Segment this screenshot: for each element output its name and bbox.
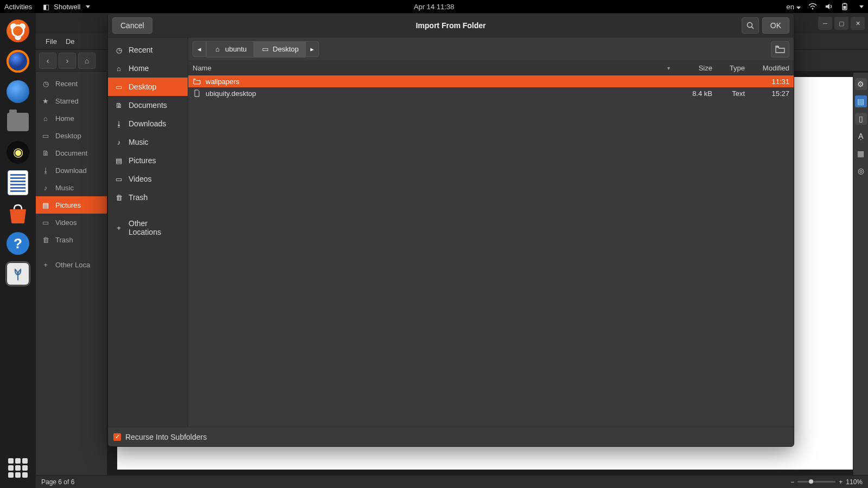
shotwell-icon: ◧ <box>42 2 50 11</box>
svg-point-0 <box>812 8 814 10</box>
maximize-button[interactable]: ▢ <box>834 17 848 30</box>
shotwell-app-icon <box>7 263 29 285</box>
battery-icon[interactable] <box>841 2 850 11</box>
zoom-control[interactable]: − + 110% <box>790 478 863 486</box>
bg-sidebar-desktop[interactable]: ▭Desktop <box>36 127 107 144</box>
volume-icon[interactable] <box>825 2 833 11</box>
rs-navigator-button[interactable]: ◎ <box>855 165 867 177</box>
rs-page-button[interactable]: ▯ <box>855 113 867 125</box>
trash-icon: 🗑 <box>41 235 50 244</box>
cancel-button[interactable]: Cancel <box>112 17 152 34</box>
place-music[interactable]: ♪Music <box>108 133 188 151</box>
rs-properties-button[interactable]: ▤ <box>855 95 867 107</box>
zoom-out-icon[interactable]: − <box>790 478 794 486</box>
dialog-title: Import From Folder <box>416 21 486 30</box>
shopping-bag-icon <box>7 202 29 224</box>
column-name[interactable]: Name▾ <box>188 64 674 72</box>
place-home[interactable]: ⌂Home <box>108 59 188 78</box>
place-desktop[interactable]: ▭Desktop <box>108 78 188 96</box>
new-folder-button[interactable] <box>771 41 789 57</box>
file-row[interactable]: ubiquity.desktop8.4 kBText15:27 <box>188 87 794 99</box>
place-videos[interactable]: ▭Videos <box>108 170 188 188</box>
system-menu-chevron[interactable] <box>859 5 864 8</box>
gear-icon: ⚙ <box>857 80 864 88</box>
dock-software[interactable] <box>5 201 30 226</box>
app-menu-label: Shotwell <box>54 3 80 11</box>
dock-thunderbird[interactable] <box>5 79 30 104</box>
rs-gear-button[interactable]: ⚙ <box>855 78 867 90</box>
apps-grid-icon <box>8 458 28 478</box>
bg-sidebar-downloads[interactable]: ⭳Download <box>36 162 107 179</box>
app-menu[interactable]: ◧ Shotwell <box>42 2 90 11</box>
breadcrumb-desktop[interactable]: ▭Desktop <box>254 41 306 57</box>
rs-styles-button[interactable]: Ạ <box>855 130 867 142</box>
menu-file[interactable]: File <box>41 37 61 46</box>
clock[interactable]: Apr 14 11:38 <box>414 3 454 11</box>
breadcrumb-ubuntu[interactable]: ⌂ubuntu <box>206 41 254 57</box>
nav-home-button[interactable]: ⌂ <box>78 53 95 69</box>
dialog-pathbar: ◂ ⌂ubuntu ▭Desktop ▸ <box>188 37 794 61</box>
folder-icon <box>193 77 201 86</box>
svg-point-4 <box>747 22 752 27</box>
recurse-label[interactable]: Recurse Into Subfolders <box>125 433 207 441</box>
place-pictures[interactable]: ▤Pictures <box>108 151 188 170</box>
place-other-locations[interactable]: +Other Locations <box>108 214 188 241</box>
dock-ubuntu[interactable] <box>5 18 30 43</box>
dock-rhythmbox[interactable]: ◉ <box>5 140 30 165</box>
path-forward-button[interactable]: ▸ <box>305 41 319 57</box>
downloads-icon: ⭳ <box>41 166 50 175</box>
import-dialog: Cancel Import From Folder OK ◷Recent ⌂Ho… <box>107 13 794 447</box>
bg-sidebar-documents[interactable]: 🗎Document <box>36 144 107 162</box>
bg-sidebar-videos[interactable]: ▭Videos <box>36 214 107 231</box>
network-icon[interactable] <box>808 2 817 11</box>
zoom-slider-thumb[interactable] <box>809 479 813 484</box>
path-back-button[interactable]: ◂ <box>193 41 206 57</box>
home-icon: ⌂ <box>114 64 123 73</box>
thunderbird-icon <box>7 80 29 103</box>
trash-icon: 🗑 <box>114 193 123 202</box>
recurse-checkbox[interactable]: ✓ <box>113 433 121 441</box>
nav-forward-button[interactable]: › <box>59 53 76 69</box>
column-size[interactable]: Size <box>674 64 718 72</box>
close-button[interactable]: ✕ <box>851 17 865 30</box>
dock-writer[interactable] <box>5 170 30 195</box>
rs-gallery-button[interactable]: ▦ <box>855 147 867 159</box>
dock-help[interactable]: ? <box>5 231 30 256</box>
file-list-header: Name▾ Size Type Modified <box>188 61 794 75</box>
svg-line-5 <box>751 27 754 29</box>
zoom-in-icon[interactable]: + <box>839 478 843 486</box>
file-list[interactable]: wallpapers11:31ubiquity.desktop8.4 kBTex… <box>188 75 794 427</box>
file-type: Text <box>718 89 750 98</box>
pictures-icon: ▤ <box>114 156 123 165</box>
place-downloads[interactable]: ⭳Downloads <box>108 114 188 133</box>
minimize-button[interactable]: ─ <box>818 17 832 30</box>
column-modified[interactable]: Modified <box>750 64 794 72</box>
zoom-slider-track[interactable] <box>797 481 835 483</box>
dock-apps-grid[interactable] <box>5 455 30 480</box>
bg-sidebar-music[interactable]: ♪Music <box>36 179 107 196</box>
place-documents[interactable]: 🗎Documents <box>108 96 188 114</box>
file-row[interactable]: wallpapers11:31 <box>188 75 794 87</box>
bg-sidebar-recent[interactable]: ◷Recent <box>36 75 107 92</box>
column-type[interactable]: Type <box>718 64 750 72</box>
bg-sidebar-trash[interactable]: 🗑Trash <box>36 231 107 248</box>
place-recent[interactable]: ◷Recent <box>108 41 188 59</box>
place-trash[interactable]: 🗑Trash <box>108 188 188 207</box>
dock-shotwell[interactable] <box>5 261 30 286</box>
ok-button[interactable]: OK <box>762 17 789 34</box>
bg-sidebar-other[interactable]: +Other Loca <box>36 256 107 273</box>
sort-indicator-icon: ▾ <box>667 65 670 71</box>
bg-sidebar-starred[interactable]: ★Starred <box>36 92 107 110</box>
activities-button[interactable]: Activities <box>4 3 32 11</box>
nav-back-button[interactable]: ‹ <box>39 53 56 69</box>
page-icon: ▯ <box>859 114 863 123</box>
language-indicator[interactable]: en <box>787 3 801 11</box>
zoom-percent: 110% <box>846 478 863 486</box>
bg-sidebar-pictures[interactable]: ▤Pictures <box>36 196 107 214</box>
desktop-icon: ▭ <box>114 82 123 91</box>
menu-item-2[interactable]: De <box>61 37 79 46</box>
dock-firefox[interactable] <box>5 49 30 74</box>
dock-files[interactable] <box>5 110 30 134</box>
search-button[interactable] <box>742 17 759 34</box>
bg-sidebar-home[interactable]: ⌂Home <box>36 110 107 127</box>
